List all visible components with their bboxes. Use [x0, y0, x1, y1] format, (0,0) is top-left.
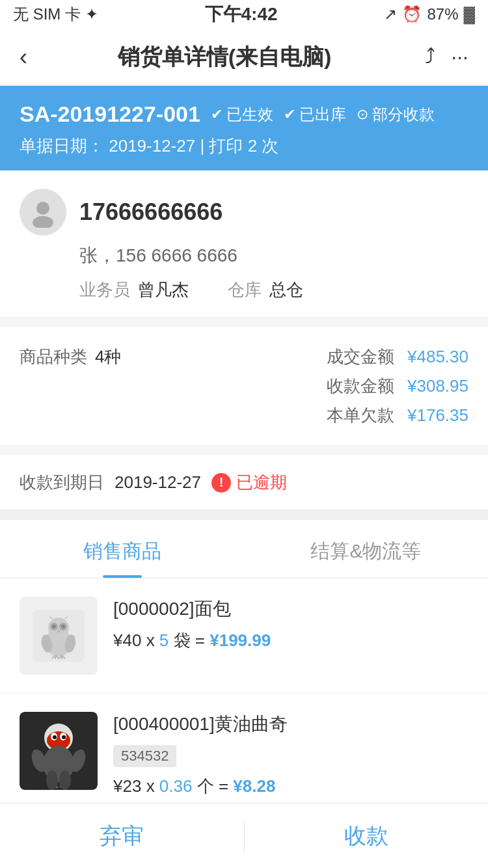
- svg-point-26: [62, 735, 66, 739]
- status-right: ↗ ⏰ 87% ▓: [384, 5, 475, 23]
- due-date-label: 收款到期日: [20, 471, 104, 494]
- overdue-icon: !: [211, 473, 231, 493]
- collected-amount: 收款金额 ¥308.95: [316, 375, 468, 398]
- more-icon[interactable]: ···: [451, 45, 468, 69]
- status-badge-partial: ⊙ 部分收款: [357, 104, 435, 125]
- status-badge-shipped: ✔ 已出库: [284, 104, 346, 125]
- customer-phone: 17666666666: [79, 198, 223, 226]
- order-banner: SA-20191227-001 ✔ 已生效 ✔ 已出库 ⊙ 部分收款 单据日期：…: [0, 86, 488, 170]
- due-date-value: 2019-12-27: [115, 472, 201, 493]
- nav-actions: ⤴ ···: [390, 45, 468, 69]
- product-types: 商品种类 4种: [20, 346, 121, 368]
- status-time: 下午4:42: [205, 2, 278, 27]
- svg-text:●+: ●+: [55, 784, 62, 790]
- sim-status: 无 SIM 卡 ✦: [13, 4, 98, 25]
- due-date-section: 收款到期日 2019-12-27 ! 已逾期: [0, 455, 488, 509]
- alarm-icon: ⏰: [402, 5, 422, 23]
- product-list: [0000002]面包 ¥40 x 5 袋 = ¥199.99: [0, 578, 488, 817]
- avatar: [20, 189, 66, 236]
- battery-level: 87%: [427, 5, 458, 23]
- product-sku-2: 534532: [113, 745, 176, 767]
- product-info-1: [0000002]面包 ¥40 x 5 袋 = ¥199.99: [113, 597, 468, 652]
- salesperson-info: 业务员 曾凡杰: [79, 278, 189, 301]
- share-icon[interactable]: ⤴: [425, 45, 435, 69]
- product-image-1: [20, 597, 98, 675]
- tab-bar: 销售商品 结算&物流等: [0, 520, 488, 578]
- order-id: SA-20191227-001: [20, 102, 200, 127]
- location-icon: ↗: [384, 5, 397, 23]
- page-title: 销货单详情(来自电脑): [59, 42, 390, 72]
- battery-icon: ▓: [463, 5, 475, 23]
- product-price-2: ¥23 x 0.36 个 = ¥8.28: [113, 775, 468, 798]
- status-bar: 无 SIM 卡 ✦ 下午4:42 ↗ ⏰ 87% ▓: [0, 0, 488, 29]
- tab-products[interactable]: 销售商品: [0, 520, 244, 578]
- product-info-2: [000400001]黄油曲奇 534532 ¥23 x 0.36 个 = ¥8…: [113, 712, 468, 798]
- product-name-1: [0000002]面包: [113, 597, 468, 621]
- status-badge-effective: ✔ 已生效: [211, 104, 273, 125]
- confirm-button[interactable]: 收款: [245, 808, 489, 864]
- svg-point-0: [36, 202, 49, 215]
- deal-amount: 成交金额 ¥485.30: [316, 346, 468, 368]
- warehouse-info: 仓库 总仓: [228, 278, 303, 301]
- svg-point-25: [53, 735, 57, 739]
- svg-point-1: [33, 216, 53, 228]
- svg-point-7: [52, 625, 56, 629]
- overdue-badge: ! 已逾期: [211, 471, 287, 494]
- bottom-bar: 弃审 收款: [0, 803, 488, 868]
- nav-bar: ‹ 销货单详情(来自电脑) ⤴ ···: [0, 29, 488, 86]
- back-button[interactable]: ‹: [20, 44, 59, 71]
- tab-settlement[interactable]: 结算&物流等: [244, 520, 488, 578]
- table-row: [0000002]面包 ¥40 x 5 袋 = ¥199.99: [0, 578, 488, 694]
- owed-amount: 本单欠款 ¥176.35: [316, 404, 468, 427]
- product-image-2: ●+: [20, 712, 98, 790]
- customer-section: 17666666666 张，156 6666 6666 业务员 曾凡杰 仓库 总…: [0, 170, 488, 317]
- overdue-text: 已逾期: [236, 471, 287, 494]
- customer-name: 张，156 6666 6666: [20, 243, 468, 268]
- cancel-button[interactable]: 弃审: [0, 808, 244, 864]
- svg-point-8: [61, 625, 65, 629]
- section-divider: [0, 509, 488, 520]
- product-name-2: [000400001]黄油曲奇: [113, 712, 468, 737]
- table-row: ●+ [000400001]黄油曲奇 534532 ¥23 x 0.36 个 =…: [0, 694, 488, 817]
- product-price-1: ¥40 x 5 袋 = ¥199.99: [113, 629, 468, 652]
- order-date-info: 单据日期： 2019-12-27 | 打印 2 次: [20, 135, 468, 157]
- status-left: 无 SIM 卡 ✦: [13, 4, 98, 25]
- stats-section: 商品种类 4种 成交金额 ¥485.30 收款金额 ¥308.95 本单欠款 ¥…: [0, 327, 488, 445]
